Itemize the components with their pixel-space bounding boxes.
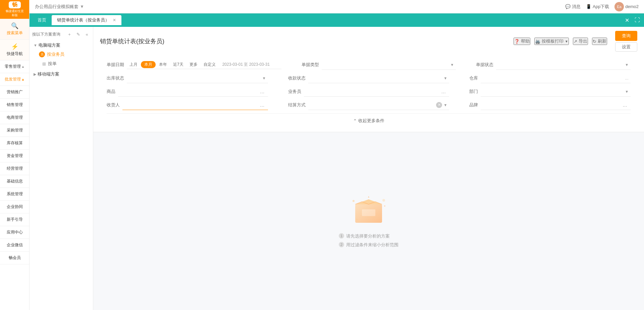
tab-close-all-btn[interactable]: ✕ [624,16,631,25]
collection-status-label: 收款状态 [288,75,306,81]
tab-maximize-btn[interactable]: ⛶ [633,16,641,25]
collapse-panel-btn[interactable]: « [84,31,90,38]
scheme-item-by-order-label: 按单 [48,61,57,67]
right-content: 销货单统计表(按业务员) ❓ 帮助 🖨️ 按模板打印 ▼ ↗ [93,27,644,310]
main-area: 办公用品行业模拟账套 ▼ 💬 消息 📱 App下载 Ea demo2 首页 销货… [30,0,644,310]
salesperson-dots-icon: … [440,89,447,94]
sidebar-item-basic[interactable]: 基础信息 [0,175,29,188]
date-tab-last7[interactable]: 近7天 [170,61,186,68]
settings-btn[interactable]: 设置 [615,42,637,52]
collapse-icon: ⌃ [353,118,357,123]
settlement-caret-icon: ▼ [443,103,447,107]
svg-rect-1 [362,209,375,216]
out-status-caret-icon: ▼ [262,76,266,80]
date-tab-this-year[interactable]: 本年 [156,61,170,68]
page-actions: ❓ 帮助 🖨️ 按模板打印 ▼ ↗ 导出 ↻ [514,31,637,52]
dept-label: 部门 [469,89,478,95]
sidebar-item-finance[interactable]: 资金管理 [0,150,29,162]
brand-select[interactable]: … [481,100,631,110]
date-tab-this-month[interactable]: 本月 [141,61,156,68]
brand-label: 品牌 [469,102,478,108]
sidebar-item-purchase-label: 采购管理 [1,127,28,133]
desktop-scheme-header[interactable]: ▼ 电脑端方案 [32,41,90,50]
sidebar-item-wholesale[interactable]: 批发管理 ▲ [0,73,29,86]
out-status-select[interactable]: ▼ [127,73,268,83]
mobile-scheme-group[interactable]: ▶ 移动端方案 [32,70,90,79]
main-body: 1 请先选择要分析的方案 2 用过滤条件来缩小分析范围 [93,132,644,310]
help-btn[interactable]: ❓ 帮助 [514,38,530,45]
refresh-btn[interactable]: ↻ 刷新 [592,38,607,45]
collapse-label: 收起更多条件 [358,118,384,124]
collection-status-select[interactable]: ▼ [308,73,449,83]
user-menu[interactable]: Ea demo2 [614,2,639,11]
sidebar-item-search-label: 搜索菜单 [1,30,28,36]
sidebar-item-ops-label: 经营管理 [1,166,28,171]
app-download-btn[interactable]: 📱 App下载 [586,4,609,10]
brand-dots-icon: … [621,102,629,108]
desktop-scheme-label: 电脑端方案 [39,42,60,48]
print-dropdown-icon: ▼ [565,40,568,43]
svg-point-3 [384,205,385,207]
date-tab-custom[interactable]: 自定义 [201,61,218,68]
empty-tip-2: 2 用过滤条件来缩小分析范围 [339,242,398,248]
mobile-scheme-label: 移动端方案 [38,71,59,77]
tab-close-icon[interactable]: ✕ [113,18,116,22]
sidebar-item-quick-nav[interactable]: ⚡ 快捷导航 [0,40,29,60]
app-logo-text: 畅捷通好生意 标版 [6,9,24,17]
consignee-input[interactable]: … [122,100,268,110]
date-tab-more[interactable]: 更多 [187,61,200,68]
warehouse-select[interactable]: … [481,73,631,83]
sidebar-item-inventory[interactable]: 库存核算 [0,137,29,150]
sidebar-item-apps[interactable]: 应用中心 [0,226,29,239]
goods-label: 商品 [107,89,115,95]
sidebar-item-wechat[interactable]: 企业微信 [0,239,29,252]
scheme-item-by-salesperson[interactable]: 员 按业务员 [32,50,90,59]
sidebar-item-retail[interactable]: 零售管理 ▲ [0,60,29,73]
sidebar-item-ecommerce-label: 电商管理 [1,115,28,120]
company-name: 办公用品行业模拟账套 [35,4,78,10]
query-btn[interactable]: 查询 [615,31,637,41]
export-btn[interactable]: ↗ 导出 [573,38,588,45]
tab-home[interactable]: 首页 [32,15,52,25]
goods-select[interactable]: … [118,87,268,97]
export-icon: ↗ [574,39,577,44]
sidebar-item-ops[interactable]: 经营管理 [0,162,29,175]
sidebar-item-sales[interactable]: 销售管理 [0,99,29,111]
topbar: 办公用品行业模拟账套 ▼ 💬 消息 📱 App下载 Ea demo2 [30,0,644,13]
quick-nav-icon: ⚡ [1,43,28,50]
print-icon: 🖨️ [535,39,540,44]
add-scheme-btn[interactable]: + [66,31,73,38]
sidebar-item-member[interactable]: 畅会员 [0,252,29,264]
panel-header: 按以下方案查询 + ✎ « [32,31,90,38]
sidebar-item-ecommerce[interactable]: 电商管理 [0,111,29,124]
sidebar-item-newbie[interactable]: 新手引导 [0,213,29,226]
doc-status-select[interactable]: ▼ [496,60,631,70]
sidebar-item-sales-label: 销售管理 [1,102,28,108]
date-tabs: 上月 本月 本年 近7天 更多 自定义 [127,61,218,68]
settlement-clear-btn[interactable]: ✕ [436,102,442,108]
sidebar-item-corp[interactable]: 企业协同 [0,201,29,213]
sidebar-item-system[interactable]: 系统管理 [0,188,29,201]
collection-status-caret-icon: ▼ [443,76,447,80]
tab-sales-stats[interactable]: 销货单统计表（按业务员） ✕ [52,15,121,25]
sidebar-item-newbie-label: 新手引导 [1,217,28,222]
dept-select[interactable]: ▼ [481,87,631,97]
sidebar-item-search[interactable]: 🔍 搜索菜单 [0,19,29,40]
doc-type-select[interactable]: ▼ [322,60,456,70]
date-tab-last-month[interactable]: 上月 [127,61,140,68]
warehouse-label: 仓库 [469,75,478,81]
salesperson-select[interactable]: … [304,87,449,97]
template-print-btn[interactable]: 🖨️ 按模板打印 ▼ [534,38,569,45]
scheme-item-salesperson-icon: 员 [39,51,45,57]
scheme-item-by-order[interactable]: ⊞ 按单 [32,59,90,68]
edit-scheme-btn[interactable]: ✎ [75,31,82,38]
message-btn[interactable]: 💬 消息 [565,4,581,10]
tip-2-text: 用过滤条件来缩小分析范围 [346,242,398,248]
sidebar-item-purchase[interactable]: 采购管理 [0,124,29,137]
filter-area: 单据日期 上月 本月 本年 近7天 更多 自定义 2023-03-01 至 20… [100,56,637,132]
company-selector[interactable]: 办公用品行业模拟账套 ▼ [35,4,84,10]
sidebar-item-marketing[interactable]: 营销推广 [0,86,29,99]
goods-dots-icon: … [259,89,266,94]
collapse-btn[interactable]: ⌃ 收起更多条件 [348,116,390,125]
settlement-select[interactable]: ✕ ▼ [308,100,449,110]
